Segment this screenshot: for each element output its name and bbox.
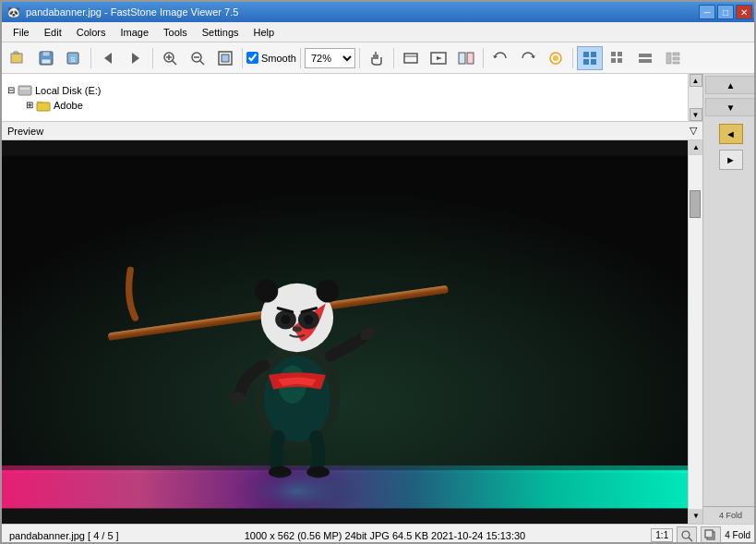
maximize-button[interactable]: □ <box>717 5 734 19</box>
grid-view-button[interactable] <box>577 46 603 70</box>
svg-rect-31 <box>591 59 596 65</box>
side-next-button[interactable]: ► <box>719 150 743 170</box>
slideshow-button[interactable] <box>426 46 451 70</box>
disk-label: Local Disk (E:) <box>35 85 102 96</box>
svg-rect-18 <box>404 54 417 63</box>
menu-help[interactable]: Help <box>246 25 282 40</box>
svg-rect-32 <box>611 52 616 56</box>
zoom-in-button[interactable] <box>157 46 183 70</box>
svg-rect-69 <box>192 423 402 509</box>
menu-edit[interactable]: Edit <box>37 25 69 40</box>
svg-rect-44 <box>37 103 50 111</box>
svg-marker-45 <box>37 102 42 103</box>
menu-colors[interactable]: Colors <box>69 25 114 40</box>
image-canvas[interactable] <box>2 140 688 524</box>
svg-rect-3 <box>42 52 50 56</box>
svg-point-27 <box>553 55 558 61</box>
toolbar-separator-6 <box>393 48 394 68</box>
image-svg <box>2 140 688 524</box>
prev-image-button[interactable] <box>95 46 121 70</box>
smooth-label: Smooth <box>261 53 296 64</box>
vscroll-down-button[interactable]: ▼ <box>689 509 702 524</box>
svg-rect-34 <box>611 58 616 63</box>
side-prev-button[interactable]: ◄ <box>719 124 743 144</box>
toolbar: S Smooth 25% <box>2 42 756 74</box>
color-enhance-button[interactable] <box>543 46 569 70</box>
close-button[interactable]: ✕ <box>736 5 752 19</box>
fit-button[interactable] <box>212 46 238 70</box>
minimize-button[interactable]: ─ <box>699 5 715 19</box>
toolbar-separator-4 <box>300 48 301 68</box>
menu-settings[interactable]: Settings <box>195 25 246 40</box>
expand-icon: ⊞ <box>26 100 33 110</box>
tree-scroll-down[interactable]: ▼ <box>690 108 702 121</box>
menu-image[interactable]: Image <box>114 25 157 40</box>
status-copy-button[interactable] <box>701 526 721 545</box>
svg-rect-23 <box>467 53 474 64</box>
svg-point-68 <box>293 326 302 332</box>
status-ratio: 1:1 <box>651 528 673 542</box>
status-right: 1:1 4 Fold <box>651 526 750 545</box>
vscroll-thumb[interactable] <box>690 190 701 218</box>
hand-tool-button[interactable] <box>364 46 390 70</box>
compare-button[interactable] <box>453 46 479 70</box>
detail-view-button[interactable] <box>660 46 686 70</box>
svg-point-65 <box>304 315 313 324</box>
folder-label: Adobe <box>54 100 83 111</box>
menu-tools[interactable]: Tools <box>156 25 195 40</box>
toolbar-separator-2 <box>152 48 153 68</box>
strip-view-button[interactable] <box>632 46 658 70</box>
toolbar-separator-3 <box>242 48 243 68</box>
svg-rect-38 <box>666 53 671 64</box>
open-button[interactable] <box>6 46 31 70</box>
svg-point-60 <box>255 280 278 303</box>
toolbar-separator-1 <box>90 48 91 68</box>
svg-rect-37 <box>639 59 652 63</box>
svg-point-70 <box>682 531 690 538</box>
thumb-view-button[interactable] <box>605 46 630 70</box>
side-down-button[interactable]: ▼ <box>705 98 757 116</box>
preview-label: Preview <box>7 126 43 137</box>
vscroll-up-button[interactable]: ▲ <box>689 140 702 155</box>
svg-rect-33 <box>618 52 622 56</box>
menu-file[interactable]: File <box>6 25 37 40</box>
preview-collapse-icon[interactable]: ▽ <box>690 125 697 137</box>
next-image-button[interactable] <box>123 46 149 70</box>
image-viewer-row: ▲ ▼ <box>2 140 702 524</box>
disk-icon <box>18 84 32 97</box>
rotate-l-button[interactable] <box>487 46 513 70</box>
tree-folder-item[interactable]: ⊞ Adobe <box>26 99 682 112</box>
svg-marker-21 <box>437 56 442 60</box>
zoom-select[interactable]: 25% 50% 72% 100% 150% 200% <box>305 48 355 68</box>
save-as-button[interactable]: S <box>61 46 87 70</box>
collapse-icon: ⊟ <box>7 85 15 95</box>
vscroll-track[interactable] <box>689 155 702 509</box>
svg-marker-1 <box>14 52 19 54</box>
status-image-info: 1000 x 562 (0.56 MP) 24bit JPG 64.5 KB 2… <box>245 530 526 541</box>
svg-text:S: S <box>70 55 75 64</box>
svg-rect-36 <box>639 54 652 57</box>
svg-rect-35 <box>618 58 622 63</box>
left-main: ⊟ Local Disk (E:) ⊞ Adobe ▲ ▼ <box>2 74 702 524</box>
tree-disk-item[interactable]: ⊟ Local Disk (E:) <box>7 84 682 97</box>
svg-marker-7 <box>104 53 112 64</box>
status-folds: 4 Fold <box>725 530 750 540</box>
svg-rect-43 <box>20 88 30 90</box>
zoom-out-button[interactable] <box>185 46 210 70</box>
fullscreen-button[interactable] <box>398 46 424 70</box>
svg-point-55 <box>231 393 246 404</box>
status-zoom-button[interactable] <box>677 526 697 545</box>
side-nav-group: ◄ ► <box>717 122 745 172</box>
smooth-checkbox-label[interactable]: Smooth <box>246 52 296 64</box>
smooth-checkbox-input[interactable] <box>246 52 258 64</box>
svg-rect-73 <box>705 530 713 538</box>
svg-rect-40 <box>673 57 679 60</box>
tree-scroll-up[interactable]: ▲ <box>690 74 702 87</box>
window-title: pandabanner.jpg - FastStone Image Viewer… <box>26 6 238 18</box>
side-up-button[interactable]: ▲ <box>705 76 757 94</box>
save-button[interactable] <box>33 46 59 70</box>
title-bar-controls: ─ □ ✕ <box>699 5 752 19</box>
svg-rect-39 <box>673 53 679 55</box>
rotate-r-button[interactable] <box>515 46 541 70</box>
toolbar-separator-7 <box>483 48 484 68</box>
